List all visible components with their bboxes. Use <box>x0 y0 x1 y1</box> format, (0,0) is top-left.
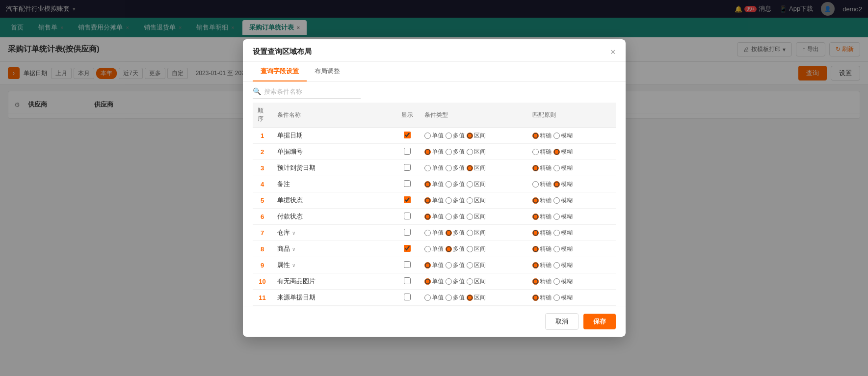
type-multi-radio[interactable] <box>446 214 452 220</box>
type-single-radio[interactable] <box>424 262 431 269</box>
match-cell: 精确 模糊 <box>527 257 616 273</box>
type-multi-radio[interactable] <box>446 133 452 139</box>
show-cell <box>395 257 420 273</box>
type-range-radio[interactable] <box>467 181 473 188</box>
show-cell <box>395 192 420 209</box>
match-cell: 精确 模糊 <box>527 290 616 306</box>
type-range-radio[interactable] <box>467 214 473 220</box>
show-cell <box>395 176 420 192</box>
show-checkbox[interactable] <box>404 229 411 236</box>
type-multi-radio[interactable] <box>446 230 452 236</box>
match-exact-radio[interactable] <box>532 278 539 285</box>
type-range-radio[interactable] <box>467 246 473 252</box>
type-single-radio[interactable] <box>424 246 431 252</box>
match-fuzzy-radio[interactable] <box>553 262 560 269</box>
show-cell <box>395 241 420 257</box>
cancel-button[interactable]: 取消 <box>545 313 579 330</box>
search-input[interactable] <box>264 88 361 95</box>
show-checkbox[interactable] <box>404 213 411 219</box>
type-range-radio[interactable] <box>467 165 473 171</box>
type-single-radio[interactable] <box>424 165 431 171</box>
modal-close-button[interactable]: × <box>610 48 616 56</box>
type-single-radio[interactable] <box>424 133 431 139</box>
type-single-radio[interactable] <box>424 149 431 155</box>
match-exact-radio[interactable] <box>532 133 539 139</box>
row-number: 7 <box>253 225 272 241</box>
type-single-radio[interactable] <box>424 214 431 220</box>
match-fuzzy-radio[interactable] <box>553 181 560 188</box>
type-range-radio[interactable] <box>467 197 473 204</box>
condition-name: 备注 <box>272 176 395 192</box>
type-range-radio[interactable] <box>467 149 473 155</box>
search-icon: 🔍 <box>253 87 261 95</box>
condition-name: 付款状态 <box>272 209 395 225</box>
show-checkbox[interactable] <box>404 196 411 203</box>
type-multi-radio[interactable] <box>446 197 452 204</box>
match-exact-radio[interactable] <box>532 214 539 220</box>
type-multi-radio[interactable] <box>446 278 452 285</box>
match-exact-radio[interactable] <box>532 197 539 204</box>
type-multi-radio[interactable] <box>446 262 452 269</box>
match-exact-radio[interactable] <box>532 181 539 188</box>
type-multi-radio[interactable] <box>446 295 452 301</box>
chevron-down-icon: ∨ <box>292 246 295 252</box>
match-fuzzy-radio[interactable] <box>553 149 560 155</box>
match-fuzzy-radio[interactable] <box>553 278 560 285</box>
table-row: 11来源单据日期 单值 多值 区间 精确 模糊 <box>253 290 616 306</box>
type-range-radio[interactable] <box>467 133 473 139</box>
table-row: 8商品 ∨ 单值 多值 区间 精确 模糊 <box>253 241 616 257</box>
match-exact-radio[interactable] <box>532 230 539 236</box>
tab-layout[interactable]: 布局调整 <box>307 62 348 81</box>
type-range-radio[interactable] <box>467 295 473 301</box>
type-cell: 单值 多值 区间 <box>420 290 527 306</box>
modal-header: 设置查询区域布局 × <box>243 39 626 62</box>
row-number: 6 <box>253 209 272 225</box>
show-checkbox[interactable] <box>404 148 411 155</box>
match-cell: 精确 模糊 <box>527 241 616 257</box>
chevron-down-icon: ∨ <box>292 263 295 268</box>
condition-name: 商品 ∨ <box>272 241 395 257</box>
match-fuzzy-radio[interactable] <box>553 230 560 236</box>
match-exact-radio[interactable] <box>532 246 539 252</box>
match-exact-radio[interactable] <box>532 295 539 301</box>
match-exact-radio[interactable] <box>532 165 539 171</box>
type-multi-radio[interactable] <box>446 165 452 171</box>
tab-query-fields[interactable]: 查询字段设置 <box>253 62 307 81</box>
show-checkbox[interactable] <box>404 245 411 252</box>
condition-name: 有无商品图片 <box>272 273 395 290</box>
match-fuzzy-radio[interactable] <box>553 246 560 252</box>
type-range-radio[interactable] <box>467 278 473 285</box>
match-exact-radio[interactable] <box>532 262 539 269</box>
match-fuzzy-radio[interactable] <box>553 197 560 204</box>
type-single-radio[interactable] <box>424 230 431 236</box>
match-cell: 精确 模糊 <box>527 209 616 225</box>
match-exact-radio[interactable] <box>532 149 539 155</box>
type-multi-radio[interactable] <box>446 181 452 188</box>
type-single-radio[interactable] <box>424 181 431 188</box>
type-single-radio[interactable] <box>424 295 431 301</box>
table-row: 6付款状态 单值 多值 区间 精确 模糊 <box>253 209 616 225</box>
show-checkbox[interactable] <box>404 132 411 138</box>
save-button[interactable]: 保存 <box>583 314 616 329</box>
type-single-radio[interactable] <box>424 197 431 204</box>
row-number: 4 <box>253 176 272 192</box>
type-multi-radio[interactable] <box>446 149 452 155</box>
type-range-radio[interactable] <box>467 230 473 236</box>
condition-name: 属性 ∨ <box>272 257 395 273</box>
type-range-radio[interactable] <box>467 262 473 269</box>
show-checkbox[interactable] <box>404 164 411 171</box>
match-fuzzy-radio[interactable] <box>553 214 560 220</box>
condition-name: 单据状态 <box>272 192 395 209</box>
type-single-radio[interactable] <box>424 278 431 285</box>
match-fuzzy-radio[interactable] <box>553 295 560 301</box>
match-cell: 精确 模糊 <box>527 273 616 290</box>
show-checkbox[interactable] <box>404 294 411 300</box>
row-number: 11 <box>253 290 272 306</box>
match-fuzzy-radio[interactable] <box>553 165 560 171</box>
show-checkbox[interactable] <box>404 277 411 284</box>
show-checkbox[interactable] <box>404 261 411 268</box>
show-cell <box>395 160 420 176</box>
match-fuzzy-radio[interactable] <box>553 133 560 139</box>
show-checkbox[interactable] <box>404 180 411 187</box>
type-multi-radio[interactable] <box>446 246 452 252</box>
